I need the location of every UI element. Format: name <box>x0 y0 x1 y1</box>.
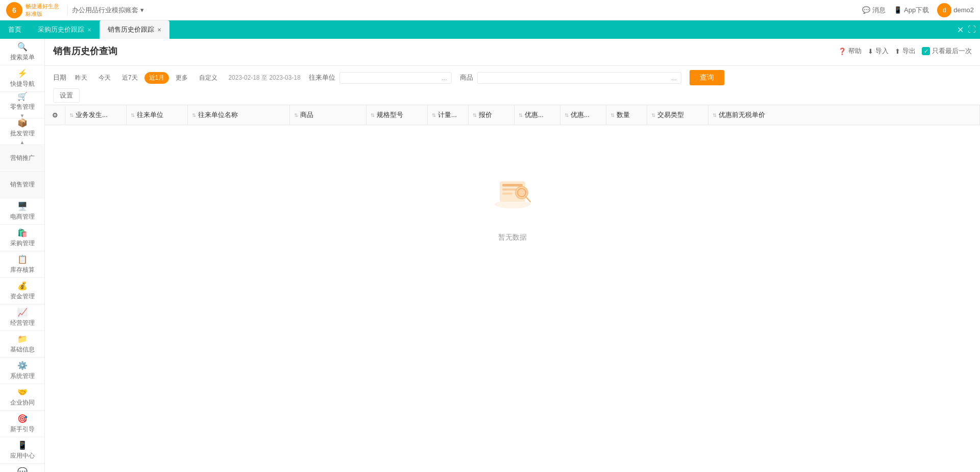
table-header: ⚙ ⇅ 业务发生... ⇅ 往来单位 ⇅ 往来单位名称 ⇅ 商品 <box>45 105 980 125</box>
sort-icon: ⇅ <box>713 112 717 118</box>
sort-icon: ⇅ <box>565 112 569 118</box>
product-input[interactable]: ... <box>477 72 681 84</box>
sidebar: 🔍 搜索菜单 ⚡ 快捷导航 🛒 零售管理 ▼ 📦 批发管理 ▲ 营销推广 销售管… <box>0 39 45 472</box>
search-icon: 🔍 <box>17 42 28 52</box>
th-price[interactable]: ⇅ 报价 <box>469 105 514 125</box>
sidebar-item-marketing[interactable]: 营销推广 <box>0 145 44 172</box>
th-product[interactable]: ⇅ 商品 <box>290 105 366 125</box>
tab-bar-right: ✕ ⛶ <box>957 25 980 35</box>
th-unit[interactable]: ⇅ 计量... <box>428 105 469 125</box>
th-trade-type[interactable]: ⇅ 交易类型 <box>647 105 708 125</box>
sidebar-item-finance[interactable]: 💰 资金管理 <box>0 278 44 304</box>
date-btn-yesterday[interactable]: 昨天 <box>70 72 92 84</box>
close-all-tabs-button[interactable]: ✕ <box>957 25 964 35</box>
wholesale-icon: 📦 <box>17 118 28 128</box>
sidebar-item-operations[interactable]: 📈 经营管理 <box>0 304 44 331</box>
retail-icon: 🛒 <box>17 91 28 101</box>
avatar: d <box>937 3 951 17</box>
only-last-checkbox-group[interactable]: ✓ 只看最后一次 <box>922 46 972 56</box>
message-icon: 💬 <box>862 6 870 14</box>
ecommerce-icon: 🖥️ <box>17 201 28 211</box>
product-label: 商品 <box>460 73 473 82</box>
user-menu[interactable]: d demo2 <box>937 3 974 17</box>
phone-icon: 📱 <box>894 6 902 14</box>
tab-bar: 首页 采购历史价跟踪 ✕ 销售历史价跟踪 ✕ ✕ ⛶ <box>0 20 980 39</box>
sort-icon: ⇅ <box>519 112 523 118</box>
th-quantity[interactable]: ⇅ 数量 <box>606 105 647 125</box>
date-range-display: 2023-02-18 至 2023-03-18 <box>228 74 300 82</box>
wechat-icon: 💬 <box>17 467 28 472</box>
setting-button[interactable]: 设置 <box>53 88 80 103</box>
help-button[interactable]: ❓ 帮助 <box>838 46 862 56</box>
shortcut-icon: ⚡ <box>17 68 28 78</box>
sidebar-item-enterprise[interactable]: 🤝 企业协同 <box>0 384 44 411</box>
logo-area: 6 畅捷通好生意 标准版 <box>6 2 59 18</box>
th-discount1[interactable]: ⇅ 优惠... <box>514 105 560 125</box>
date-btn-last7[interactable]: 近7天 <box>117 72 142 84</box>
query-button[interactable]: 查询 <box>690 70 724 85</box>
th-spec[interactable]: ⇅ 规格型号 <box>366 105 428 125</box>
sidebar-item-retail[interactable]: 🛒 零售管理 ▼ <box>0 92 44 119</box>
sort-icon: ⇅ <box>131 112 135 118</box>
app-download-button[interactable]: 📱 App下载 <box>894 6 929 15</box>
th-partner-name[interactable]: ⇅ 往来单位名称 <box>188 105 290 125</box>
tab-purchase-close[interactable]: ✕ <box>87 27 91 33</box>
chevron-down-icon: ▾ <box>140 6 144 14</box>
sort-icon: ⇅ <box>432 112 436 118</box>
page-header: 销售历史价查询 ❓ 帮助 ⬇ 导入 ⬆ 导出 ✓ <box>45 39 980 66</box>
sidebar-item-app-center[interactable]: 📱 应用中心 <box>0 437 44 464</box>
export-button[interactable]: ⬆ 导出 <box>895 46 916 56</box>
sidebar-item-wechat[interactable]: 💬 企业微信 <box>0 464 44 472</box>
th-biz-date[interactable]: ⇅ 业务发生... <box>65 105 127 125</box>
product-filter-group: 商品 ... <box>460 72 681 84</box>
date-btn-custom[interactable]: 自定义 <box>194 72 222 84</box>
date-btn-more[interactable]: 更多 <box>171 72 192 84</box>
import-button[interactable]: ⬇ 导入 <box>868 46 889 56</box>
maximize-button[interactable]: ⛶ <box>968 25 976 34</box>
date-btn-last1m[interactable]: 近1月 <box>144 72 169 84</box>
date-label: 日期 <box>53 73 66 82</box>
sidebar-item-system[interactable]: ⚙️ 系统管理 <box>0 358 44 384</box>
company-selector[interactable]: 办公用品行业模拟账套 ▾ <box>67 6 148 15</box>
partner-filter-group: 往来单位 ... <box>309 72 452 84</box>
tab-sales[interactable]: 销售历史价跟踪 ✕ <box>100 20 169 39</box>
sidebar-item-purchase[interactable]: 🛍️ 采购管理 <box>0 225 44 251</box>
date-btn-today[interactable]: 今天 <box>94 72 115 84</box>
th-settings[interactable]: ⚙ <box>45 106 65 124</box>
page-actions: ❓ 帮助 ⬇ 导入 ⬆ 导出 ✓ 只看最后一次 <box>838 46 972 56</box>
content-area: 销售历史价查询 ❓ 帮助 ⬇ 导入 ⬆ 导出 ✓ <box>45 39 980 472</box>
message-button[interactable]: 💬 消息 <box>862 6 886 15</box>
sidebar-item-search[interactable]: 🔍 搜索菜单 <box>0 39 44 65</box>
table-container: ⚙ ⇅ 业务发生... ⇅ 往来单位 ⇅ 往来单位名称 ⇅ 商品 <box>45 105 980 472</box>
tab-sales-close[interactable]: ✕ <box>157 27 161 33</box>
th-discount2[interactable]: ⇅ 优惠... <box>560 105 606 125</box>
only-last-checkbox[interactable]: ✓ <box>922 47 930 55</box>
setting-row: 设置 <box>53 88 972 103</box>
top-bar: 6 畅捷通好生意 标准版 办公用品行业模拟账套 ▾ 💬 消息 📱 App下载 d… <box>0 0 980 20</box>
tab-home[interactable]: 首页 <box>0 20 30 39</box>
sort-icon: ⇅ <box>69 112 74 118</box>
newbie-icon: 🎯 <box>17 414 28 423</box>
svg-rect-4 <box>502 193 512 195</box>
svg-line-6 <box>526 197 530 202</box>
import-icon: ⬇ <box>868 48 873 55</box>
sidebar-item-basic[interactable]: 📁 基础信息 <box>0 331 44 358</box>
logo-text: 畅捷通好生意 标准版 <box>26 3 59 17</box>
sidebar-item-ecommerce[interactable]: 🖥️ 电商管理 <box>0 198 44 225</box>
top-bar-left: 6 畅捷通好生意 标准版 办公用品行业模拟账套 ▾ <box>6 2 148 18</box>
th-partner-code[interactable]: ⇅ 往来单位 <box>127 105 188 125</box>
sidebar-item-inventory[interactable]: 📋 库存核算 <box>0 251 44 278</box>
logo-icon: 6 <box>6 2 22 18</box>
sidebar-item-newbie[interactable]: 🎯 新手引导 <box>0 411 44 437</box>
sidebar-item-sales-mgmt[interactable]: 销售管理 <box>0 172 44 198</box>
sidebar-item-shortcut[interactable]: ⚡ 快捷导航 <box>0 65 44 92</box>
filter-bar: 日期 昨天 今天 近7天 近1月 更多 自定义 2023-02-18 至 202… <box>45 66 980 105</box>
purchase-icon: 🛍️ <box>17 228 28 238</box>
th-pre-tax-price[interactable]: ⇅ 优惠前无税单价 <box>708 105 980 125</box>
filter-row: 日期 昨天 今天 近7天 近1月 更多 自定义 2023-02-18 至 202… <box>53 70 972 85</box>
partner-input[interactable]: ... <box>339 72 452 84</box>
date-options: 昨天 今天 近7天 近1月 更多 自定义 <box>70 72 222 84</box>
tab-purchase[interactable]: 采购历史价跟踪 ✕ <box>30 20 100 39</box>
sidebar-item-wholesale[interactable]: 📦 批发管理 ▲ <box>0 119 44 145</box>
sort-icon: ⇅ <box>651 112 655 118</box>
